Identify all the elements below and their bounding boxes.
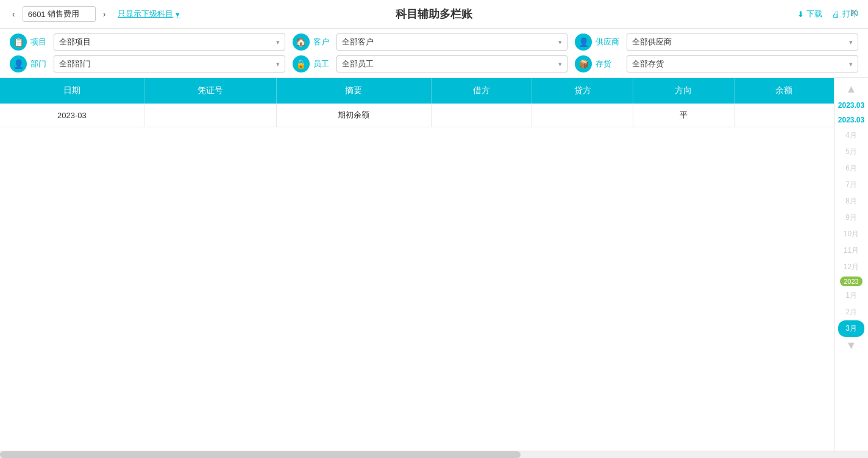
dept-select-value: 全部部门 [59, 58, 91, 69]
timeline-period-10[interactable]: 10月 [834, 226, 868, 242]
timeline-period-1[interactable]: 1月 [834, 287, 868, 304]
download-button[interactable]: ⬇ 下载 [797, 9, 822, 19]
employee-select[interactable]: 全部员工 ▾ [336, 55, 568, 72]
ledger-table: 日期 凭证号 摘要 借方 贷方 方向 余额 2023-03期初余额平 [0, 78, 834, 127]
top-bar: ‹ 6601 销售费用 › 只显示下级科目 ▾ 科目辅助多栏账 ⬇ 下载 🖨 打… [0, 0, 868, 29]
timeline-period-9[interactable]: 9月 [834, 210, 868, 226]
cell-credit [532, 104, 633, 127]
col-balance: 余额 [734, 78, 834, 104]
next-account-btn[interactable]: › [101, 8, 108, 20]
project-select-value: 全部项目 [59, 37, 91, 48]
dept-filter-label: 👤 部门 [10, 55, 46, 72]
employee-icon: 🔒 [293, 55, 310, 72]
dept-icon: 👤 [10, 55, 27, 72]
timeline-period-7[interactable]: 7月 [834, 177, 868, 193]
dept-label-text: 部门 [30, 58, 46, 69]
inventory-select-value: 全部存货 [632, 58, 664, 69]
col-voucher: 凭证号 [144, 78, 276, 104]
dept-select[interactable]: 全部部门 ▾ [54, 55, 285, 72]
employee-label-text: 员工 [313, 58, 329, 69]
customer-label-text: 客户 [313, 37, 329, 48]
timeline-period-2023-03-header2[interactable]: 2023.03 [834, 113, 868, 127]
supplier-select[interactable]: 全部供应商 ▾ [627, 33, 858, 51]
project-chevron-icon: ▾ [276, 38, 280, 46]
inventory-icon: 📦 [575, 55, 592, 72]
print-icon: 🖨 [832, 10, 840, 19]
year-badge-row: 2023 [840, 277, 862, 286]
show-sub-label-text: 只显示下级科目 [118, 9, 173, 19]
col-summary: 摘要 [276, 78, 431, 104]
show-sub-filter[interactable]: 只显示下级科目 ▾ [118, 9, 180, 19]
timeline-period-12[interactable]: 12月 [834, 259, 868, 275]
account-name: 销售费用 [48, 9, 79, 19]
project-select[interactable]: 全部项目 ▾ [54, 33, 285, 51]
cell-debit [431, 104, 532, 127]
col-debit: 借方 [431, 78, 532, 104]
main-window: ‹ 6601 销售费用 › 只显示下级科目 ▾ 科目辅助多栏账 ⬇ 下载 🖨 打… [0, 0, 868, 458]
filter-bar: 📋 项目 全部项目 ▾ 🏠 客户 全部客户 ▾ 👤 供应商 全部供应商 ▾ 👤 [0, 29, 868, 78]
supplier-filter-label: 👤 供应商 [575, 33, 619, 51]
customer-select[interactable]: 全部客户 ▾ [336, 33, 568, 51]
timeline-up-button[interactable]: ▲ [844, 80, 859, 98]
page-title: 科目辅助多栏账 [396, 7, 472, 21]
prev-account-btn[interactable]: ‹ [10, 8, 18, 20]
supplier-chevron-icon: ▾ [849, 38, 853, 46]
employee-filter-label: 🔒 员工 [293, 55, 329, 72]
account-code-box: 6601 销售费用 [23, 6, 96, 22]
timeline-period-5[interactable]: 5月 [834, 144, 868, 160]
timeline-period-2023-03-header1[interactable]: 2023.03 [834, 98, 868, 113]
year-badge-2023[interactable]: 2023 [840, 277, 862, 286]
customer-filter-label: 🏠 客户 [293, 33, 329, 51]
close-button[interactable]: ✕ [849, 6, 858, 19]
employee-select-value: 全部员工 [342, 58, 374, 69]
table-container: 日期 凭证号 摘要 借方 贷方 方向 余额 2023-03期初余额平 ▲ 202… [0, 78, 868, 451]
project-icon: 📋 [10, 33, 27, 51]
inventory-select[interactable]: 全部存货 ▾ [627, 55, 858, 72]
timeline-down-button[interactable]: ▼ [844, 337, 859, 354]
cell-direction: 平 [633, 104, 735, 127]
col-date: 日期 [0, 78, 144, 104]
table-scroll[interactable]: 日期 凭证号 摘要 借方 贷方 方向 余额 2023-03期初余额平 [0, 78, 834, 451]
table-row[interactable]: 2023-03期初余额平 [0, 104, 834, 127]
customer-select-value: 全部客户 [342, 37, 374, 48]
customer-chevron-icon: ▾ [558, 38, 562, 46]
timeline-period-11[interactable]: 11月 [834, 242, 868, 259]
col-direction: 方向 [633, 78, 735, 104]
supplier-label-text: 供应商 [596, 37, 619, 48]
supplier-select-value: 全部供应商 [632, 37, 672, 48]
bottom-scrollbar[interactable] [0, 451, 868, 458]
download-label: 下载 [806, 9, 822, 19]
employee-chevron-icon: ▾ [558, 60, 562, 68]
timeline-period-6[interactable]: 6月 [834, 160, 868, 177]
project-filter-label: 📋 项目 [10, 33, 46, 51]
cell-date: 2023-03 [0, 104, 144, 127]
inventory-chevron-icon: ▾ [849, 60, 853, 68]
account-code: 6601 [28, 10, 46, 19]
timeline-period-8[interactable]: 8月 [834, 193, 868, 210]
inventory-label-text: 存货 [596, 58, 611, 69]
table-header-row: 日期 凭证号 摘要 借方 贷方 方向 余额 [0, 78, 834, 104]
timeline-period-4[interactable]: 4月 [834, 127, 868, 144]
cell-balance [734, 104, 834, 127]
cell-summary: 期初余额 [276, 104, 431, 127]
cell-voucher [144, 104, 276, 127]
bottom-scrollbar-thumb [0, 451, 521, 458]
dept-chevron-icon: ▾ [276, 60, 280, 68]
chevron-down-icon: ▾ [176, 10, 180, 19]
supplier-icon: 👤 [575, 33, 592, 51]
timeline-period-3-active[interactable]: 3月 [838, 320, 864, 337]
project-label-text: 项目 [30, 37, 46, 48]
customer-icon: 🏠 [293, 33, 310, 51]
download-icon: ⬇ [797, 10, 804, 19]
inventory-filter-label: 📦 存货 [575, 55, 619, 72]
col-credit: 贷方 [532, 78, 633, 104]
timeline-sidebar: ▲ 2023.03 2023.03 4月 5月 6月 7月 8月 9月 10月 … [834, 78, 868, 451]
timeline-period-2[interactable]: 2月 [834, 304, 868, 320]
top-right-actions: ⬇ 下载 🖨 打印 ✕ [797, 9, 858, 19]
